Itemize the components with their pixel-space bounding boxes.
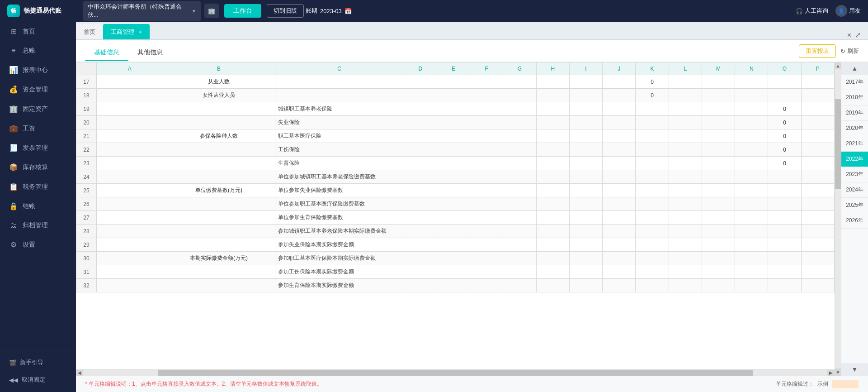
cell-20-O[interactable]: 0	[768, 116, 801, 129]
cell-17-D[interactable]	[404, 75, 437, 89]
cell-19-J[interactable]	[603, 102, 636, 116]
cell-23-K[interactable]	[636, 157, 669, 170]
vertical-scrollbar[interactable]: ▲ ▼	[835, 62, 841, 376]
cell-20-J[interactable]	[603, 116, 636, 129]
consult-area[interactable]: 🎧 人工咨询	[796, 7, 828, 15]
sidebar-item-close[interactable]: 🔒 结账	[0, 196, 76, 216]
cell-23-H[interactable]	[536, 157, 569, 170]
sidebar-item-home[interactable]: ⊞ 首页	[0, 22, 76, 41]
expand-window-icon[interactable]: ⤢	[855, 31, 861, 39]
cell-21-D[interactable]	[404, 129, 437, 143]
cell-19-H[interactable]	[536, 102, 569, 116]
cell-24-A[interactable]	[97, 170, 163, 184]
cell-29-M[interactable]	[702, 238, 735, 252]
cell-21-K[interactable]	[636, 129, 669, 143]
cell-20-A[interactable]	[97, 116, 163, 129]
cell-24-M[interactable]	[702, 170, 735, 184]
cell-24-K[interactable]	[636, 170, 669, 184]
cell-29-P[interactable]	[801, 238, 834, 252]
tab-bizmanage[interactable]: 工商管理 ×	[103, 24, 150, 39]
cell-29-K[interactable]	[636, 238, 669, 252]
table-scroll-area[interactable]: A B C D E F G H I J	[76, 62, 835, 369]
cell-23-O[interactable]: 0	[768, 157, 801, 170]
cell-24-G[interactable]	[503, 170, 536, 184]
cell-20-D[interactable]	[404, 116, 437, 129]
cell-25-D[interactable]	[404, 184, 437, 197]
cell-17-E[interactable]	[437, 75, 470, 89]
cell-18-B[interactable]: 女性从业人员	[163, 89, 275, 102]
cell-32-P[interactable]	[801, 279, 834, 292]
cell-26-I[interactable]	[569, 197, 602, 211]
cell-28-F[interactable]	[470, 225, 503, 238]
cell-28-D[interactable]	[404, 225, 437, 238]
cell-18-D[interactable]	[404, 89, 437, 102]
cell-20-I[interactable]	[569, 116, 602, 129]
cell-19-I[interactable]	[569, 102, 602, 116]
cell-31-N[interactable]	[735, 265, 768, 279]
cell-22-C[interactable]: 工伤保险	[275, 143, 404, 157]
cell-19-O[interactable]: 0	[768, 102, 801, 116]
cell-32-G[interactable]	[503, 279, 536, 292]
company-selector[interactable]: 中审众环会计师事务所（特殊普通合伙... ▼	[83, 1, 201, 21]
cell-17-A[interactable]	[97, 75, 163, 89]
cell-31-P[interactable]	[801, 265, 834, 279]
cell-29-D[interactable]	[404, 238, 437, 252]
cell-26-D[interactable]	[404, 197, 437, 211]
cell-18-L[interactable]	[669, 89, 702, 102]
cell-17-H[interactable]	[536, 75, 569, 89]
cell-28-A[interactable]	[97, 225, 163, 238]
cell-20-N[interactable]	[735, 116, 768, 129]
cell-21-P[interactable]	[801, 129, 834, 143]
cell-30-G[interactable]	[503, 252, 536, 265]
cell-17-O[interactable]	[768, 75, 801, 89]
cell-19-D[interactable]	[404, 102, 437, 116]
cell-31-G[interactable]	[503, 265, 536, 279]
cell-30-B[interactable]: 本期实际缴费金额(万元)	[163, 252, 275, 265]
cell-28-E[interactable]	[437, 225, 470, 238]
cell-30-D[interactable]	[404, 252, 437, 265]
cell-23-P[interactable]	[801, 157, 834, 170]
year-item-2018[interactable]: 2018年	[841, 90, 868, 105]
cell-21-G[interactable]	[503, 129, 536, 143]
cell-21-O[interactable]: 0	[768, 129, 801, 143]
sub-tab-other[interactable]: 其他信息	[128, 45, 172, 61]
year-item-2017[interactable]: 2017年	[841, 75, 868, 90]
cell-17-J[interactable]	[603, 75, 636, 89]
cancel-pin-item[interactable]: ◀◀ 取消固定	[0, 371, 76, 388]
year-item-2026[interactable]: 2026年	[841, 213, 868, 229]
cell-24-P[interactable]	[801, 170, 834, 184]
year-nav-up-btn[interactable]: ▲	[841, 62, 868, 75]
cell-28-H[interactable]	[536, 225, 569, 238]
vscroll-down-btn[interactable]: ▼	[835, 368, 841, 376]
cell-19-F[interactable]	[470, 102, 503, 116]
cell-18-K[interactable]: 0	[636, 89, 669, 102]
cell-21-E[interactable]	[437, 129, 470, 143]
cell-32-F[interactable]	[470, 279, 503, 292]
cell-32-J[interactable]	[603, 279, 636, 292]
year-item-2019[interactable]: 2019年	[841, 105, 868, 121]
cell-30-N[interactable]	[735, 252, 768, 265]
cell-24-D[interactable]	[404, 170, 437, 184]
year-item-2022[interactable]: 2022年	[841, 152, 868, 167]
cell-20-L[interactable]	[669, 116, 702, 129]
cell-29-C[interactable]: 参加失业保险本期实际缴费金额	[275, 238, 404, 252]
cell-31-L[interactable]	[669, 265, 702, 279]
cell-17-G[interactable]	[503, 75, 536, 89]
year-item-2023[interactable]: 2023年	[841, 167, 868, 182]
cell-29-H[interactable]	[536, 238, 569, 252]
cell-17-L[interactable]	[669, 75, 702, 89]
cell-28-N[interactable]	[735, 225, 768, 238]
cell-29-F[interactable]	[470, 238, 503, 252]
cell-19-K[interactable]	[636, 102, 669, 116]
cell-20-B[interactable]	[163, 116, 275, 129]
hscroll-track[interactable]	[83, 370, 827, 376]
sidebar-item-funds[interactable]: 💰 资金管理	[0, 80, 76, 99]
cell-26-C[interactable]: 单位参加职工基本医疗保险缴费基数	[275, 197, 404, 211]
cell-29-B[interactable]	[163, 238, 275, 252]
cell-17-P[interactable]	[801, 75, 834, 89]
cell-30-A[interactable]	[97, 252, 163, 265]
cell-22-O[interactable]: 0	[768, 143, 801, 157]
vscroll-up-btn[interactable]: ▲	[835, 62, 841, 69]
cell-24-I[interactable]	[569, 170, 602, 184]
cell-29-L[interactable]	[669, 238, 702, 252]
